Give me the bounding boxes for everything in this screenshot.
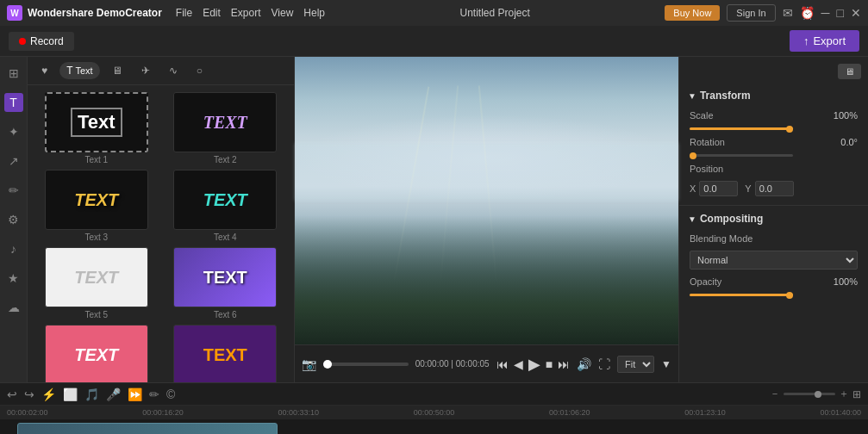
buy-now-button[interactable]: Buy Now xyxy=(665,5,720,21)
prev-frame-button[interactable]: ◀ xyxy=(514,357,523,371)
annotate-button[interactable]: ✏ xyxy=(149,388,159,401)
menu-file[interactable]: File xyxy=(176,7,192,19)
position-x-input[interactable] xyxy=(699,181,738,196)
voice-button[interactable]: 🎤 xyxy=(106,388,121,401)
list-item[interactable]: TEXT Text 7 xyxy=(34,325,159,382)
sidebar-icon-text[interactable]: T xyxy=(4,93,23,112)
close-icon[interactable]: ✕ xyxy=(851,6,861,20)
sidebar-icon-star[interactable]: ★ xyxy=(4,269,23,288)
speed-button[interactable]: ⏩ xyxy=(128,388,142,401)
opacity-slider[interactable] xyxy=(690,294,793,296)
dropdown-arrow-icon: ▼ xyxy=(661,358,671,370)
menu-help[interactable]: Help xyxy=(303,7,325,19)
split-button[interactable]: ⚡ xyxy=(41,388,56,401)
sidebar-icon-music[interactable]: ♪ xyxy=(4,239,23,258)
position-x-label: X xyxy=(690,183,696,194)
undo-button[interactable]: ↩ xyxy=(7,388,17,401)
mail-icon[interactable]: ✉ xyxy=(783,6,793,20)
record-button[interactable]: Record xyxy=(9,32,74,51)
list-item[interactable]: TEXT Text 2 xyxy=(164,92,288,164)
position-y-input[interactable] xyxy=(755,181,794,196)
record-dot xyxy=(19,38,26,45)
tab-display[interactable]: 🖥 xyxy=(105,62,129,79)
screenshot-button[interactable]: 📷 xyxy=(302,357,316,371)
export-button[interactable]: ↑ Export xyxy=(790,30,859,52)
scale-slider[interactable] xyxy=(690,127,793,130)
crop-button[interactable]: ⬜ xyxy=(63,388,78,401)
sidebar-icon-cloud[interactable]: ☁ xyxy=(4,298,23,317)
motion-icon: ✈ xyxy=(141,65,150,77)
list-item[interactable]: TEXT Text 5 xyxy=(34,247,159,319)
position-x-field: X xyxy=(690,181,738,196)
rotation-slider[interactable] xyxy=(690,154,793,157)
tab-audio[interactable]: ∿ xyxy=(162,62,184,79)
scale-slider-fill xyxy=(690,127,793,130)
list-item[interactable]: TEXT Text 4 xyxy=(164,170,288,242)
list-item[interactable]: Text Text 1 xyxy=(34,92,159,164)
sidebar-icon-brush[interactable]: ✏ xyxy=(4,181,23,200)
timeline-clip[interactable] xyxy=(17,423,278,434)
fit-select[interactable]: Fit xyxy=(617,356,654,373)
position-xy-row: X Y xyxy=(690,181,858,196)
minimize-icon[interactable]: ─ xyxy=(821,6,830,20)
sign-in-button[interactable]: Sign In xyxy=(727,4,775,22)
scale-slider-dot xyxy=(786,126,793,133)
menu-view[interactable]: View xyxy=(272,7,294,19)
fullscreen-icon[interactable]: ⛶ xyxy=(598,357,610,371)
audio-button[interactable]: 🎵 xyxy=(84,388,99,401)
ruler-mark: 00:01:06:20 xyxy=(549,408,590,417)
monitor-button[interactable]: 🖥 xyxy=(838,64,861,79)
tab-text[interactable]: T Text xyxy=(59,62,100,79)
rotation-slider-row xyxy=(690,154,858,157)
blending-mode-select[interactable]: Normal Multiply Screen Overlay xyxy=(690,251,858,270)
alert-icon[interactable]: ⏰ xyxy=(800,6,815,20)
timeline-content[interactable] xyxy=(0,419,868,434)
list-item[interactable]: TEXT Text 6 xyxy=(164,247,288,319)
skip-back-button[interactable]: ⏮ xyxy=(496,357,509,371)
tab-favorites[interactable]: ♥ xyxy=(34,62,54,79)
sidebar-icon-media[interactable]: ⊞ xyxy=(4,64,23,83)
redo-button[interactable]: ↪ xyxy=(24,388,34,401)
transform-label: Transform xyxy=(700,90,751,102)
volume-icon[interactable]: 🔊 xyxy=(577,357,591,371)
menu-edit[interactable]: Edit xyxy=(203,7,221,19)
text-preview-2: TEXT xyxy=(173,92,277,152)
position-y-label: Y xyxy=(745,183,751,194)
timeline-controls: ↩ ↪ ⚡ ⬜ 🎵 🎤 ⏩ ✏ © － ＋ ⊞ xyxy=(0,383,868,406)
stop-button[interactable]: ■ xyxy=(546,357,553,371)
ruler-mark: 00:01:40:00 xyxy=(820,408,861,417)
play-button[interactable]: ▶ xyxy=(528,355,540,374)
blending-mode-label: Blending Mode xyxy=(690,233,752,244)
transform-section-header[interactable]: ▼ Transform xyxy=(679,86,868,105)
zoom-in-icon[interactable]: ＋ xyxy=(839,387,849,401)
maximize-icon[interactable]: □ xyxy=(837,6,844,20)
panel-right-top: 🖥 xyxy=(679,64,868,86)
tab-other[interactable]: ○ xyxy=(190,62,209,79)
progress-bar[interactable] xyxy=(323,363,409,366)
sidebar-icon-effects[interactable]: ✦ xyxy=(4,122,23,141)
tab-motion[interactable]: ✈ xyxy=(134,62,157,79)
transform-section-body: Scale 100% Rotation 0.0° Positio xyxy=(679,105,868,202)
compositing-section-header[interactable]: ▼ Compositing xyxy=(679,209,868,228)
timeline-ruler: 00:00:02:00 00:00:16:20 00:00:33:10 00:0… xyxy=(0,406,868,419)
skip-forward-button[interactable]: ⏭ xyxy=(558,357,570,371)
tab-text-label: Text xyxy=(75,65,92,76)
progress-dot xyxy=(323,360,332,369)
playback-bar: 📷 00:00:00 | 00:00:05 ⏮ ◀ ▶ ■ ⏭ 🔊 ⛶ Fit … xyxy=(295,344,678,382)
compositing-label: Compositing xyxy=(700,213,763,225)
sidebar-icons: ⊞ T ✦ ↗ ✏ ⚙ ♪ ★ ☁ xyxy=(0,57,28,382)
sidebar-icon-arrow[interactable]: ↗ xyxy=(4,152,23,170)
rotation-slider-dot xyxy=(690,152,696,159)
cursor-button[interactable]: © xyxy=(166,388,175,401)
list-item[interactable]: TEXT Text 3 xyxy=(34,170,159,242)
zoom-out-icon[interactable]: － xyxy=(770,387,780,401)
zoom-slider[interactable] xyxy=(784,393,835,395)
text-preview-label: TEXT xyxy=(203,113,247,133)
menu-export[interactable]: Export xyxy=(231,7,261,19)
list-item[interactable]: TEXT Text 8 xyxy=(164,325,288,382)
zoom-expand-icon[interactable]: ⊞ xyxy=(852,388,861,400)
section-divider xyxy=(679,205,868,206)
sidebar-icon-settings[interactable]: ⚙ xyxy=(4,210,23,229)
text-preview-5: TEXT xyxy=(45,247,148,307)
title-bar-right: Buy Now Sign In ✉ ⏰ ─ □ ✕ xyxy=(665,4,861,22)
